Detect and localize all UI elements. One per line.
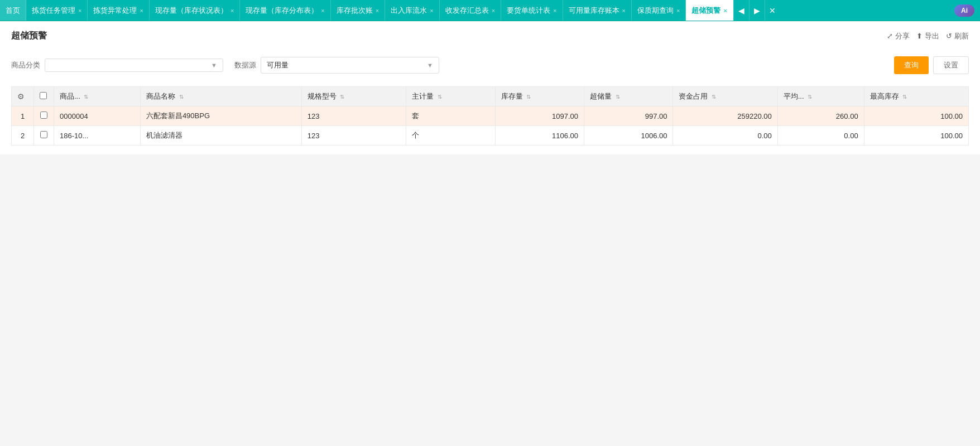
category-label: 商品分类: [11, 60, 40, 70]
close-icon[interactable]: ×: [376, 7, 379, 14]
close-icon[interactable]: ×: [321, 7, 324, 14]
nav-next-arrow[interactable]: ▶: [749, 0, 765, 21]
page-header: 超储预警 ⤢ 分享 ⬆ 导出 ↺ 刷新: [11, 30, 969, 42]
th-spec-label: 规格型号: [308, 92, 337, 100]
close-icon[interactable]: ×: [430, 7, 433, 14]
close-icon[interactable]: ×: [723, 7, 727, 14]
nav-stock-status[interactable]: 现存量（库存状况表） ×: [150, 0, 240, 21]
cell-stock: 1106.00: [495, 126, 584, 146]
th-over-stock[interactable]: 超储量 ⇅: [584, 87, 672, 106]
datasource-select[interactable]: 可用量 ▼: [261, 57, 439, 74]
datasource-label: 数据源: [234, 60, 256, 70]
cell-product-name: 机油滤清器: [140, 126, 301, 146]
nav-inout-flow[interactable]: 出入库流水 ×: [385, 0, 439, 21]
top-navigation: 首页 拣货任务管理 × 拣货异常处理 × 现存量（库存状况表） × 现存量（库存…: [0, 0, 980, 21]
nav-overstock-warning[interactable]: 超储预警 ×: [686, 0, 733, 21]
data-table: ⚙ 商品... ⇅ 商品名称 ⇅ 规格型号 ⇅ 主计量: [11, 86, 969, 146]
row-checkbox-cell[interactable]: [34, 106, 54, 126]
row-num: 1: [12, 106, 34, 126]
cell-unit: 个: [406, 126, 495, 146]
table-header-row: ⚙ 商品... ⇅ 商品名称 ⇅ 规格型号 ⇅ 主计量: [12, 87, 969, 106]
close-icon[interactable]: ×: [78, 7, 81, 14]
refresh-button[interactable]: ↺ 刷新: [946, 31, 969, 41]
close-icon[interactable]: ×: [492, 7, 495, 14]
filter-buttons: 查询 设置: [894, 56, 969, 74]
cell-stock: 1097.00: [495, 106, 584, 126]
chevron-down-icon: ▼: [211, 62, 217, 69]
settings-button[interactable]: 设置: [933, 56, 969, 74]
th-max-stock-label: 最高库存: [870, 92, 899, 100]
nav-home[interactable]: 首页: [0, 0, 26, 21]
export-icon: ⬆: [916, 32, 923, 40]
th-product-code-label: 商品...: [60, 92, 80, 100]
row-checkbox[interactable]: [40, 131, 47, 138]
gear-icon[interactable]: ⚙: [17, 92, 25, 101]
category-select[interactable]: ▼: [45, 59, 223, 72]
cell-unit: 套: [406, 106, 495, 126]
nav-collect-summary[interactable]: 收发存汇总表 ×: [440, 0, 501, 21]
table-row: 1 0000004 六配套新昌490BPG 123 套 1097.00 997.…: [12, 106, 969, 126]
cell-capital: 259220.00: [673, 106, 777, 126]
table-row: 2 186-10... 机油滤清器 123 个 1106.00 1006.00 …: [12, 126, 969, 146]
nav-stock-dist[interactable]: 现存量（库存分布表） ×: [240, 0, 330, 21]
nav-close-arrow[interactable]: ✕: [765, 0, 780, 21]
cell-avg: 0.00: [777, 126, 864, 146]
cell-product-code: 186-10...: [54, 126, 141, 146]
nav-order-stats[interactable]: 要货单统计表 ×: [501, 0, 563, 21]
cell-max-stock: 100.00: [864, 106, 968, 126]
datasource-select-value: 可用量: [267, 60, 427, 70]
select-all-checkbox[interactable]: [40, 92, 47, 99]
th-stock[interactable]: 库存量 ⇅: [495, 87, 584, 106]
query-button[interactable]: 查询: [894, 56, 929, 74]
nav-batch-account[interactable]: 库存批次账 ×: [331, 0, 385, 21]
nav-prev-arrow[interactable]: ◀: [733, 0, 749, 21]
refresh-icon: ↺: [946, 32, 952, 40]
close-icon[interactable]: ×: [622, 7, 626, 14]
th-unit-label: 主计量: [412, 92, 434, 100]
nav-available-account[interactable]: 可用量库存账本 ×: [563, 0, 632, 21]
nav-pick-exception[interactable]: 拣货异常处理 ×: [88, 0, 149, 21]
cell-spec: 123: [301, 106, 406, 126]
th-settings[interactable]: ⚙: [12, 87, 34, 106]
sort-icon: ⇅: [808, 94, 812, 100]
close-icon[interactable]: ×: [230, 7, 234, 14]
close-icon[interactable]: ×: [553, 7, 556, 14]
th-avg[interactable]: 平均... ⇅: [777, 87, 864, 106]
datasource-filter: 数据源 可用量 ▼: [234, 57, 439, 74]
th-product-code[interactable]: 商品... ⇅: [54, 87, 141, 106]
row-num: 2: [12, 126, 34, 146]
nav-shelf-life[interactable]: 保质期查询 ×: [632, 0, 686, 21]
th-product-name[interactable]: 商品名称 ⇅: [140, 87, 301, 106]
close-icon[interactable]: ×: [676, 7, 680, 14]
th-over-stock-label: 超储量: [590, 92, 612, 100]
row-checkbox-cell[interactable]: [34, 126, 54, 146]
th-stock-label: 库存量: [501, 92, 523, 100]
header-actions: ⤢ 分享 ⬆ 导出 ↺ 刷新: [887, 31, 969, 41]
share-button[interactable]: ⤢ 分享: [887, 31, 910, 41]
sort-icon: ⇅: [712, 94, 716, 100]
page-title: 超储预警: [11, 30, 47, 42]
th-capital-label: 资金占用: [679, 92, 708, 100]
th-capital[interactable]: 资金占用 ⇅: [673, 87, 777, 106]
share-icon: ⤢: [887, 32, 893, 40]
sort-icon: ⇅: [84, 94, 88, 100]
row-checkbox[interactable]: [40, 112, 47, 119]
category-filter: 商品分类 ▼: [11, 59, 223, 72]
cell-avg: 260.00: [777, 106, 864, 126]
th-spec[interactable]: 规格型号 ⇅: [301, 87, 406, 106]
th-checkbox[interactable]: [34, 87, 54, 106]
cell-max-stock: 100.00: [864, 126, 968, 146]
sort-icon: ⇅: [179, 94, 184, 100]
th-max-stock[interactable]: 最高库存 ⇅: [864, 87, 968, 106]
main-content: 超储预警 ⤢ 分享 ⬆ 导出 ↺ 刷新 商品分类 ▼ 数据源: [0, 21, 980, 154]
close-icon[interactable]: ×: [140, 7, 143, 14]
cell-over-stock: 1006.00: [584, 126, 672, 146]
th-unit[interactable]: 主计量 ⇅: [406, 87, 495, 106]
ai-button[interactable]: Ai: [954, 4, 974, 17]
cell-product-name: 六配套新昌490BPG: [140, 106, 301, 126]
sort-icon: ⇅: [902, 94, 907, 100]
sort-icon: ⇅: [616, 94, 620, 100]
cell-product-code: 0000004: [54, 106, 141, 126]
nav-pick-task[interactable]: 拣货任务管理 ×: [26, 0, 88, 21]
export-button[interactable]: ⬆ 导出: [916, 31, 939, 41]
